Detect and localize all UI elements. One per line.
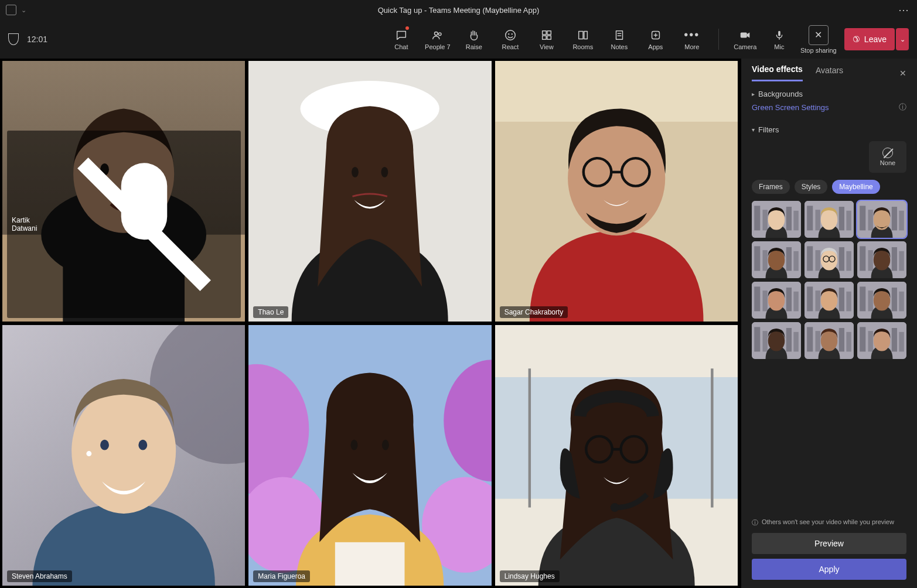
rooms-icon xyxy=(577,29,589,42)
svg-rect-9 xyxy=(579,31,583,39)
svg-point-107 xyxy=(821,290,838,310)
svg-rect-94 xyxy=(899,251,904,271)
svg-rect-123 xyxy=(839,328,844,351)
svg-rect-122 xyxy=(815,331,820,351)
meeting-toolbar: 12:01 Chat People 7 Raise React View Roo… xyxy=(0,20,917,59)
window-titlebar: ⌄ Quick Tag up - Teams Meeting (Maybelli… xyxy=(0,0,917,20)
svg-rect-110 xyxy=(868,290,872,311)
close-panel-button[interactable]: ✕ xyxy=(899,69,906,78)
rooms-button[interactable]: Rooms xyxy=(567,23,599,56)
mic-off-icon xyxy=(52,132,236,316)
info-icon: ⓘ xyxy=(752,518,758,527)
filter-thumbnail[interactable] xyxy=(752,282,801,319)
svg-rect-61 xyxy=(786,207,792,230)
notes-icon xyxy=(613,29,626,42)
chevron-down-icon: ⌄ xyxy=(900,36,905,43)
filter-thumbnail[interactable] xyxy=(804,322,854,359)
svg-rect-62 xyxy=(793,211,798,231)
leave-button[interactable]: ✆ Leave xyxy=(844,28,895,50)
apply-button[interactable]: Apply xyxy=(752,559,906,580)
filter-thumbnail[interactable] xyxy=(752,322,801,359)
svg-point-63 xyxy=(768,209,785,230)
svg-point-46 xyxy=(351,440,358,450)
filter-thumbnail[interactable] xyxy=(857,282,906,319)
svg-rect-124 xyxy=(846,332,851,352)
chip-maybelline[interactable]: Maybelline xyxy=(832,180,879,194)
participant-name-tag: Steven Abrahams xyxy=(7,570,72,582)
apps-button[interactable]: Apps xyxy=(640,23,671,56)
svg-rect-100 xyxy=(793,292,798,312)
svg-rect-117 xyxy=(786,328,792,351)
svg-rect-8 xyxy=(547,35,551,39)
filter-thumbnail[interactable] xyxy=(804,241,854,278)
video-tile[interactable]: Sagar Chakraborty xyxy=(495,61,738,322)
svg-point-95 xyxy=(874,249,891,270)
svg-point-75 xyxy=(874,209,891,230)
raise-hand-icon xyxy=(468,29,480,42)
participant-name-tag: Sagar Chakraborty xyxy=(500,306,568,318)
svg-point-119 xyxy=(768,330,785,351)
more-options-icon[interactable]: ⋯ xyxy=(898,4,909,16)
leave-dropdown-button[interactable]: ⌄ xyxy=(896,28,909,50)
video-tile[interactable]: Kartik Datwani xyxy=(2,61,245,322)
green-screen-link[interactable]: Green Screen Settings ⓘ xyxy=(741,102,917,117)
tab-video-effects[interactable]: Video effects xyxy=(752,64,803,81)
grid-icon xyxy=(540,29,553,42)
filter-thumbnail[interactable] xyxy=(752,201,801,238)
video-tile[interactable]: Steven Abrahams xyxy=(2,325,245,586)
chip-frames[interactable]: Frames xyxy=(752,180,790,194)
svg-point-0 xyxy=(434,32,438,35)
chat-button[interactable]: Chat xyxy=(386,23,417,56)
svg-rect-104 xyxy=(815,290,820,311)
video-tile[interactable]: Maria Figueroa xyxy=(248,325,491,586)
toolbar-right: Chat People 7 Raise React View Rooms Not… xyxy=(386,23,909,56)
people-button[interactable]: People 7 xyxy=(422,23,454,56)
chip-styles[interactable]: Styles xyxy=(795,180,828,194)
meeting-body: Kartik Datwani Thao Le xyxy=(0,59,917,588)
notes-button[interactable]: Notes xyxy=(604,23,635,56)
svg-rect-84 xyxy=(815,250,820,271)
filter-thumbnail[interactable] xyxy=(857,322,906,359)
svg-rect-78 xyxy=(762,250,767,271)
svg-rect-74 xyxy=(899,211,904,231)
svg-rect-99 xyxy=(786,288,792,311)
video-tile[interactable]: Thao Le xyxy=(248,61,491,322)
svg-rect-121 xyxy=(807,327,813,351)
filter-thumbnail[interactable] xyxy=(804,201,854,238)
preview-button[interactable]: Preview xyxy=(752,533,906,554)
react-button[interactable]: React xyxy=(495,23,526,56)
stop-sharing-button[interactable]: ✕ Stop sharing xyxy=(797,23,840,56)
toolbar-separator xyxy=(718,29,719,50)
dropdown-arrow-icon[interactable]: ⌄ xyxy=(21,6,26,14)
view-button[interactable]: View xyxy=(531,23,563,56)
svg-rect-14 xyxy=(778,30,780,36)
filter-thumbnail[interactable] xyxy=(857,201,906,238)
backgrounds-section-header[interactable]: ▸ Backgrounds xyxy=(741,81,917,102)
camera-button[interactable]: Camera xyxy=(729,23,761,56)
filter-thumbnail[interactable] xyxy=(804,282,854,319)
camera-icon xyxy=(739,29,752,42)
video-tile[interactable]: Lindsay Hughes xyxy=(495,325,738,586)
svg-rect-11 xyxy=(616,30,622,39)
raise-hand-button[interactable]: Raise xyxy=(458,23,490,56)
more-button[interactable]: ••• More xyxy=(676,23,708,56)
tab-avatars[interactable]: Avatars xyxy=(816,66,843,81)
shield-icon[interactable] xyxy=(8,33,19,45)
svg-rect-77 xyxy=(754,246,760,271)
filters-section-header[interactable]: ▾ Filters xyxy=(741,117,917,138)
svg-point-125 xyxy=(821,330,838,351)
sidebar-buttons: Preview Apply xyxy=(752,533,906,580)
app-icon xyxy=(6,5,16,15)
svg-rect-44 xyxy=(335,542,405,586)
filter-thumbnail[interactable] xyxy=(857,241,906,278)
mic-icon xyxy=(773,29,786,42)
svg-point-81 xyxy=(768,249,785,270)
chevron-right-icon: ▸ xyxy=(752,91,755,97)
filter-thumbnail[interactable] xyxy=(752,241,801,278)
svg-rect-97 xyxy=(754,286,760,311)
video-grid: Kartik Datwani Thao Le xyxy=(0,59,741,588)
svg-rect-5 xyxy=(543,30,546,34)
filter-none-option[interactable]: None xyxy=(869,141,906,173)
svg-rect-118 xyxy=(793,332,798,352)
mic-button[interactable]: Mic xyxy=(766,23,793,56)
